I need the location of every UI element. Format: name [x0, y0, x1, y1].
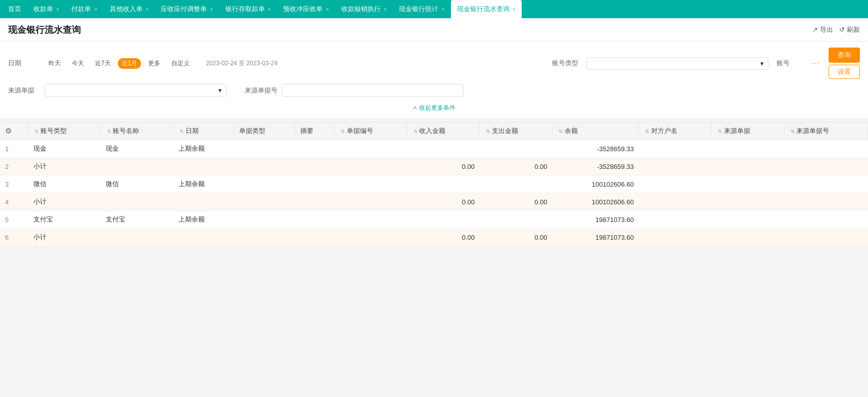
top-nav: 首页 收款单 × 付款单 × 其他收入单 × 应收应付调整单 × 银行存取款单 …	[0, 0, 868, 18]
source-doc-no-input[interactable]	[282, 84, 464, 97]
source-doc-no-cell	[784, 229, 867, 246]
query-button[interactable]: 查询	[829, 48, 860, 63]
date-opt-today[interactable]: 今天	[68, 58, 88, 69]
account-name-cell	[101, 229, 173, 246]
nav-adjustment[interactable]: 应收应付调整单 ×	[155, 0, 219, 18]
date-opt-more[interactable]: 更多	[144, 58, 164, 69]
col-source-doc-no[interactable]: ⇅ 来源单据号	[784, 122, 867, 140]
balance-cell: 19871073.60	[553, 211, 639, 229]
dropdown-icon: ▾	[760, 60, 764, 67]
refresh-icon: ↺	[839, 26, 845, 33]
source-doc-cell	[711, 193, 784, 211]
account-type-cell: 微信	[28, 175, 101, 193]
col-date[interactable]: ⇅ 日期	[173, 122, 234, 140]
source-doc-no-cell	[784, 175, 867, 193]
income-cell: 0.00	[407, 158, 480, 175]
row-number: 2	[0, 158, 28, 175]
row-number: 5	[0, 211, 28, 229]
nav-cash-flow[interactable]: 现金银行流水查询 ×	[451, 0, 522, 18]
date-cell	[173, 229, 234, 246]
table-row: 3微信微信上期余额100102606.60	[0, 175, 868, 193]
date-cell	[173, 193, 234, 211]
summary-cell	[295, 229, 335, 246]
account-no-label: 账号	[776, 59, 807, 68]
doc-type-cell	[234, 193, 295, 211]
source-doc-select[interactable]: ▾	[44, 84, 226, 97]
close-icon[interactable]: ×	[56, 0, 59, 18]
date-opt-1month[interactable]: 近1月	[118, 58, 142, 69]
col-account-name[interactable]: ⇅ 账号名称	[101, 122, 173, 140]
account-name-cell: 微信	[101, 175, 173, 193]
close-icon[interactable]: ×	[94, 0, 97, 18]
col-expense[interactable]: ⇅ 支出金额	[480, 122, 553, 140]
col-balance[interactable]: ⇅ 余额	[553, 122, 639, 140]
date-opt-7days[interactable]: 近7天	[91, 58, 115, 69]
income-cell: 0.00	[407, 229, 480, 246]
account-name-cell: 现金	[101, 140, 173, 158]
page-header: 现金银行流水查询 ↗ 导出 ↺ 刷新	[0, 18, 868, 41]
close-icon[interactable]: ×	[441, 0, 444, 18]
row-number: 1	[0, 140, 28, 158]
date-opt-yesterday[interactable]: 昨天	[44, 58, 65, 69]
col-income[interactable]: ⇅ 收入金额	[407, 122, 480, 140]
settings-button[interactable]: 设置	[829, 65, 860, 79]
close-icon[interactable]: ×	[146, 0, 149, 18]
gear-icon: ⚙	[5, 126, 12, 135]
source-doc-no-cell	[784, 158, 867, 175]
nav-receipt[interactable]: 收款单 ×	[27, 0, 65, 18]
date-opt-custom[interactable]: 自定义	[167, 58, 194, 69]
col-gear[interactable]: ⚙	[0, 122, 28, 140]
nav-bank-deposit[interactable]: 银行存取款单 ×	[219, 0, 277, 18]
source-doc-cell	[711, 175, 784, 193]
doc-no-cell	[334, 175, 407, 193]
col-counterparty[interactable]: ⇅ 对方户名	[639, 122, 712, 140]
expense-cell: 0.00	[480, 193, 553, 211]
table-container: ⚙ ⇅ 账号类型 ⇅ 账号名称 ⇅ 日期 单据类型 摘要 ⇅ 单据编号 ⇅ 收入…	[0, 122, 868, 246]
expense-cell	[480, 211, 553, 229]
income-cell: 0.00	[407, 193, 480, 211]
col-doc-no[interactable]: ⇅ 单据编号	[334, 122, 407, 140]
nav-other-income[interactable]: 其他收入单 ×	[104, 0, 155, 18]
account-type-cell: 小计	[28, 229, 101, 246]
counterparty-cell	[639, 229, 712, 246]
table-row: 6小计0.000.0019871073.60	[0, 229, 868, 246]
account-no-dots[interactable]: ···	[811, 59, 820, 68]
doc-no-cell	[334, 140, 407, 158]
nav-prepayment[interactable]: 预收冲应收单 ×	[277, 0, 335, 18]
close-icon[interactable]: ×	[210, 0, 213, 18]
balance-cell: -3528659.33	[553, 140, 639, 158]
col-source-doc[interactable]: ⇅ 来源单据	[711, 122, 784, 140]
close-icon[interactable]: ×	[268, 0, 271, 18]
counterparty-cell	[639, 158, 712, 175]
balance-cell: 19871073.60	[553, 229, 639, 246]
export-button[interactable]: ↗ 导出	[812, 25, 833, 34]
col-doc-type[interactable]: 单据类型	[234, 122, 295, 140]
doc-no-cell	[334, 211, 407, 229]
source-doc-no-cell	[784, 211, 867, 229]
doc-no-cell	[334, 158, 407, 175]
col-account-type[interactable]: ⇅ 账号类型	[28, 122, 101, 140]
source-doc-cell	[711, 140, 784, 158]
nav-collection[interactable]: 收款核销执行 ×	[335, 0, 393, 18]
row-number: 4	[0, 193, 28, 211]
account-type-cell: 现金	[28, 140, 101, 158]
source-doc-no-cell	[784, 193, 867, 211]
balance-cell: 100102606.60	[553, 193, 639, 211]
close-icon[interactable]: ×	[513, 0, 516, 18]
account-name-cell	[101, 193, 173, 211]
collapse-bar[interactable]: ∧ 收起更多条件	[8, 102, 860, 112]
close-icon[interactable]: ×	[384, 0, 387, 18]
refresh-button[interactable]: ↺ 刷新	[839, 25, 860, 34]
col-summary[interactable]: 摘要	[295, 122, 335, 140]
income-cell	[407, 175, 480, 193]
account-type-select[interactable]: ▾	[586, 57, 768, 70]
expense-cell	[480, 140, 553, 158]
table-header-row: ⚙ ⇅ 账号类型 ⇅ 账号名称 ⇅ 日期 单据类型 摘要 ⇅ 单据编号 ⇅ 收入…	[0, 122, 868, 140]
nav-cash-stats[interactable]: 现金银行统计 ×	[393, 0, 450, 18]
close-icon[interactable]: ×	[326, 0, 329, 18]
table-row: 2小计0.000.00-3528659.33	[0, 158, 868, 175]
nav-payment[interactable]: 付款单 ×	[65, 0, 103, 18]
nav-home[interactable]: 首页	[2, 0, 27, 18]
filter-row-source: 来源单据 ▾ 来源单据号	[8, 84, 860, 97]
date-cell: 上期余额	[173, 175, 234, 193]
